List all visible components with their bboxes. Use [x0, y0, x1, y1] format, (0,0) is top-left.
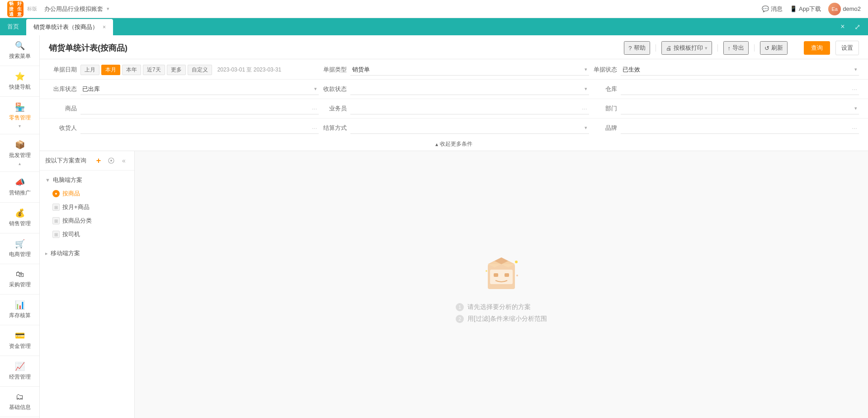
filter-date-cell: 单据日期 上月 本月 本年 近7天 更多 自定义 2023-03-01 至 20…: [49, 64, 319, 79]
payment-field[interactable]: ▾: [350, 83, 589, 95]
filter-row-2: 出库状态 已出库 ▾ 收款状态 ▾ 仓库: [40, 80, 868, 99]
scheme-section-pc-header[interactable]: ▼ 电脑端方案: [40, 173, 134, 187]
collapse-label: 收起更多条件: [440, 140, 472, 148]
message-btn[interactable]: 💬 消息: [762, 5, 783, 13]
paymethod-field[interactable]: ▾: [350, 122, 589, 134]
help-btn[interactable]: ? 帮助: [624, 41, 650, 55]
scheme-section-mobile-header[interactable]: ▸ 移动端方案: [40, 247, 134, 260]
pc-section-arrow: ▼: [45, 177, 50, 183]
sidebar-item-ecommerce-label: 电商管理: [9, 251, 31, 258]
app-download-btn[interactable]: 📱 App下载: [790, 5, 821, 13]
export-btn[interactable]: ↑ 导出: [723, 41, 749, 55]
outstatus-field[interactable]: 已出库 ▾: [80, 83, 319, 95]
brand-field[interactable]: ···: [621, 122, 859, 134]
scheme-collapse-btn[interactable]: «: [119, 156, 129, 166]
receiver-field[interactable]: ···: [80, 122, 319, 134]
sidebar-item-wholesale[interactable]: 📦 批发管理 ▴: [0, 134, 39, 172]
refresh-btn[interactable]: ↺ 刷新: [760, 41, 788, 55]
scheme-edit-btn[interactable]: [106, 156, 116, 166]
user-btn[interactable]: Ea demo2: [828, 3, 861, 15]
scheme-item-by-goods-cat[interactable]: ⊞ 按商品分类: [40, 214, 134, 228]
warehouse-field[interactable]: ···: [621, 83, 859, 95]
tab-maximize-icon[interactable]: ⤢: [852, 21, 863, 32]
doctype-arrow-icon: ▾: [585, 66, 587, 72]
sidebar-item-search-label: 搜索菜单: [9, 52, 31, 60]
marketing-icon: 📣: [15, 177, 25, 187]
date-btn-7days[interactable]: 近7天: [143, 65, 165, 75]
date-btn-custom[interactable]: 自定义: [188, 65, 212, 75]
scheme-item-by-month-goods-label: 按月+商品: [62, 203, 90, 211]
sidebar-item-search[interactable]: 🔍 搜索菜单: [0, 35, 39, 66]
tab-report[interactable]: 销货单统计表（按商品） ×: [26, 19, 113, 35]
page-body: 单据日期 上月 本月 本年 近7天 更多 自定义 2023-03-01 至 20…: [40, 59, 868, 418]
sidebar: 🔍 搜索菜单 ⭐ 快捷导航 🏪 零售管理 ▾ 📦 批发管理 ▴ 📣 营销推广 💰…: [0, 35, 40, 418]
empty-illustration: [476, 246, 526, 296]
settings-btn[interactable]: 设置: [835, 41, 859, 55]
export-label: 导出: [732, 44, 744, 52]
svg-point-9: [515, 261, 518, 263]
sidebar-item-quick-nav[interactable]: ⭐ 快捷导航: [0, 66, 39, 97]
refresh-icon: ↺: [764, 45, 769, 52]
date-btn-more[interactable]: 更多: [167, 65, 186, 75]
wholesale-arrow-icon: ▴: [19, 161, 21, 166]
date-btn-last-month[interactable]: 上月: [80, 65, 99, 75]
app-download-label: App下载: [799, 5, 821, 13]
docstatus-value: 已生效: [623, 66, 640, 74]
dept-field[interactable]: ▾: [621, 103, 859, 114]
sidebar-item-marketing[interactable]: 📣 营销推广: [0, 172, 39, 203]
scheme-item-by-cashier[interactable]: ⊞ 按司机: [40, 228, 134, 241]
scheme-item-by-goods[interactable]: ● 按商品: [40, 187, 134, 200]
collapse-btn[interactable]: ▴ 收起更多条件: [435, 140, 472, 148]
sales-icon: 💰: [15, 208, 25, 218]
sidebar-item-sales[interactable]: 💰 销售管理: [0, 203, 39, 233]
sidebar-item-basic[interactable]: 🗂 基础信息: [0, 387, 39, 417]
page-actions: ? 帮助 🖨 按模板打印 ▾ ↑ 导出 ↺ 刷新: [624, 41, 859, 55]
goods-field[interactable]: ···: [80, 103, 319, 114]
scheme-item-by-cashier-label: 按司机: [62, 230, 80, 238]
doctype-field[interactable]: 销货单 ▾: [350, 64, 589, 76]
retail-icon: 🏪: [15, 102, 25, 112]
sidebar-item-ecommerce[interactable]: 🛒 电商管理: [0, 233, 39, 264]
tab-close-icon[interactable]: ×: [103, 24, 106, 30]
tab-window-actions: × ⤢: [832, 21, 868, 32]
sidebar-item-operations[interactable]: 📈 经营管理: [0, 356, 39, 387]
scheme-item-by-month-goods[interactable]: ⊞ 按月+商品: [40, 200, 134, 214]
date-btn-this-year[interactable]: 本年: [122, 65, 141, 75]
docstatus-field[interactable]: 已生效 ▾: [621, 64, 859, 76]
sidebar-item-inventory-label: 库存核算: [9, 312, 31, 319]
scheme-header: 按以下方案查询 + «: [40, 151, 134, 171]
print-btn[interactable]: 🖨 按模板打印 ▾: [661, 41, 712, 55]
warehouse-label: 仓库: [589, 85, 621, 93]
tip-1-text: 请先选择要分析的方案: [467, 303, 531, 311]
purchase-icon: 🛍: [16, 270, 24, 279]
export-icon: ↑: [728, 45, 731, 52]
refresh-label: 刷新: [771, 44, 783, 52]
doctype-label: 单据类型: [319, 66, 350, 74]
tab-close-window-icon[interactable]: ×: [837, 21, 848, 32]
empty-text: 1 请先选择要分析的方案 2 用[过滤]条件来缩小分析范围: [456, 303, 547, 323]
sidebar-item-inventory[interactable]: 📊 库存核算: [0, 294, 39, 325]
svg-rect-7: [494, 273, 498, 277]
paymethod-label: 结算方式: [319, 124, 350, 132]
industry-dropdown-icon[interactable]: ▾: [107, 6, 109, 12]
outstatus-value: 已出库: [82, 85, 100, 93]
sidebar-item-purchase[interactable]: 🛍 采购管理: [0, 264, 39, 294]
scheme-add-btn[interactable]: +: [94, 156, 104, 166]
filter-brand-cell: 品牌 ···: [589, 122, 859, 138]
industry-name: 办公用品行业模拟账套: [44, 5, 103, 13]
sidebar-item-finance[interactable]: 💳 资金管理: [0, 325, 39, 356]
message-label: 消息: [771, 5, 783, 13]
sidebar-item-retail[interactable]: 🏪 零售管理 ▾: [0, 97, 39, 134]
search-menu-icon: 🔍: [15, 41, 25, 51]
filter-warehouse-cell: 仓库 ···: [589, 83, 859, 99]
filter-row-3: 商品 ··· 业务员 ··· 部门: [40, 99, 868, 119]
filter-salesman-cell: 业务员 ···: [319, 103, 589, 118]
scheme-section-mobile: ▸ 移动端方案: [40, 244, 134, 263]
date-btn-this-month[interactable]: 本月: [101, 65, 120, 75]
salesman-field[interactable]: ···: [350, 103, 589, 114]
receiver-label: 收货人: [49, 124, 80, 132]
tab-home[interactable]: 首页: [0, 18, 26, 35]
sidebar-item-operations-label: 经营管理: [9, 373, 31, 381]
filter-receiver-cell: 收货人 ···: [49, 122, 319, 138]
query-btn[interactable]: 查询: [804, 41, 830, 55]
